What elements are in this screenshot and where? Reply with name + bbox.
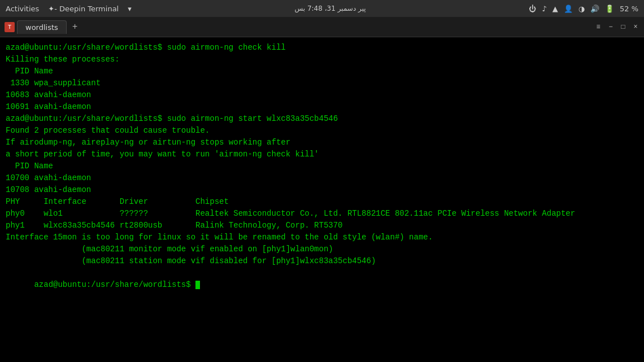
app-dropdown-icon[interactable]: ▾ bbox=[128, 5, 132, 13]
terminal-cursor bbox=[195, 281, 200, 289]
terminal-line: azad@ubuntu:/usr/share/wordlists$ sudo a… bbox=[6, 113, 638, 125]
terminal-line: 10700 avahi-daemon bbox=[6, 172, 638, 184]
terminal-line: azad@ubuntu:/usr/share/wordlists$ sudo a… bbox=[6, 42, 638, 54]
restore-button[interactable]: □ bbox=[619, 23, 627, 31]
terminal-window: T wordlists + ≡ − □ × azad@ubuntu:/usr/s… bbox=[0, 17, 644, 362]
system-bar-left: Activities ✦- Deepin Terminal ▾ bbox=[6, 5, 132, 13]
terminal-line: 10683 avahi-daemon bbox=[6, 89, 638, 101]
terminal-content[interactable]: azad@ubuntu:/usr/share/wordlists$ sudo a… bbox=[0, 37, 644, 362]
battery-percent: 52 % bbox=[620, 5, 638, 13]
terminal-line: 1330 wpa_supplicant bbox=[6, 77, 638, 89]
app-icon: T bbox=[5, 22, 15, 32]
terminal-line: If airodump-ng, aireplay-ng or airtun-ng… bbox=[6, 137, 638, 149]
tab-bar: T wordlists + ≡ − □ × bbox=[0, 17, 644, 37]
monitor-icon[interactable]: ⏻ bbox=[529, 5, 536, 13]
battery-icon: 🔋 bbox=[605, 5, 614, 13]
terminal-line: 10691 avahi-daemon bbox=[6, 101, 638, 113]
terminal-line: Killing these processes: bbox=[6, 54, 638, 66]
prompt-text: azad@ubuntu:/usr/share/wordlists$ bbox=[34, 280, 195, 289]
window-controls: ≡ − □ × bbox=[594, 23, 639, 31]
terminal-tab[interactable]: wordlists bbox=[17, 20, 67, 34]
volume-icon[interactable]: 🔊 bbox=[590, 5, 599, 13]
terminal-line-mac80211-monitor: (mac80211 monitor mode vif enabled on [p… bbox=[6, 243, 638, 255]
terminal-line: Found 2 processes that could cause troub… bbox=[6, 125, 638, 137]
terminal-prompt-line: azad@ubuntu:/usr/share/wordlists$ bbox=[6, 267, 638, 303]
system-tray: ⏻ ♪ ▲ 👤 ◑ 🔊 🔋 52 % bbox=[529, 5, 638, 13]
network-icon[interactable]: ▲ bbox=[552, 5, 558, 13]
terminal-line-mac80211-station: (mac80211 station mode vif disabled for … bbox=[6, 255, 638, 267]
terminal-line: 10708 avahi-daemon bbox=[6, 184, 638, 196]
terminal-line: PID Name bbox=[6, 66, 638, 77]
menu-button[interactable]: ≡ bbox=[594, 23, 602, 31]
datetime-display: پير دسمبر 31، 7:48 بس bbox=[294, 5, 365, 12]
terminal-line: a short period of time, you may want to … bbox=[6, 149, 638, 160]
sound-icon[interactable]: ♪ bbox=[542, 5, 546, 13]
close-button[interactable]: × bbox=[632, 23, 639, 31]
system-bar: Activities ✦- Deepin Terminal ▾ پير دسمب… bbox=[0, 0, 644, 17]
user-icon[interactable]: 👤 bbox=[564, 5, 573, 13]
terminal-line-interface-warn: Interface 15mon is too long for linux so… bbox=[6, 232, 638, 243]
brightness-icon[interactable]: ◑ bbox=[578, 5, 585, 13]
terminal-line: PID Name bbox=[6, 160, 638, 172]
tab-label: wordlists bbox=[25, 23, 58, 32]
app-name[interactable]: ✦- Deepin Terminal bbox=[48, 5, 119, 13]
terminal-line-phy0: phy0 wlo1 ?????? Realtek Semiconductor C… bbox=[6, 208, 638, 220]
activities-button[interactable]: Activities bbox=[6, 5, 39, 13]
minimize-button[interactable]: − bbox=[607, 23, 615, 31]
terminal-line-phy1: phy1 wlxc83a35cb4546 rt2800usb Ralink Te… bbox=[6, 220, 638, 232]
tab-left: T wordlists + bbox=[5, 20, 81, 34]
terminal-line-phy-header: PHY Interface Driver Chipset bbox=[6, 196, 638, 208]
new-tab-button[interactable]: + bbox=[69, 22, 81, 32]
